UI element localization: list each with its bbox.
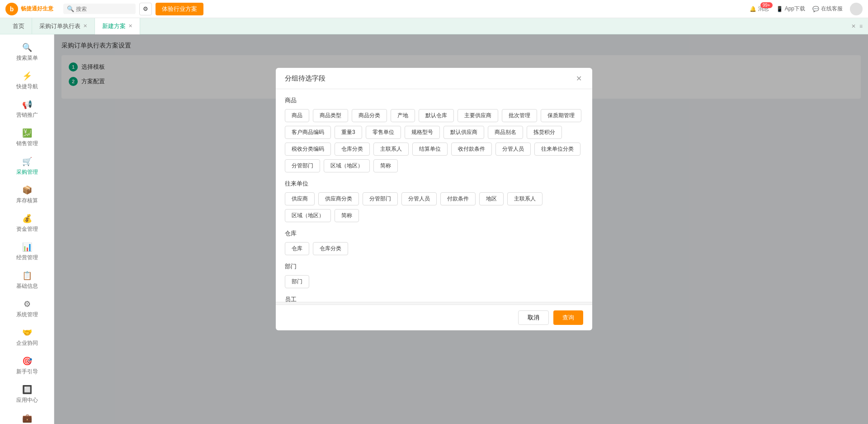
tab-purchase-label: 采购订单执行表 — [39, 22, 80, 30]
service-icon: 💬 — [812, 6, 819, 12]
nav-message[interactable]: 🔔 99+ 消息 — [750, 5, 769, 13]
field-short-name[interactable]: 简称 — [373, 159, 398, 172]
experience-btn[interactable]: 体验行业方案 — [156, 3, 203, 15]
sidebar-item-inventory[interactable]: 📦 库存核算 — [0, 181, 54, 209]
sidebar-item-finance[interactable]: 💰 资金管理 — [0, 209, 54, 238]
sidebar-item-search[interactable]: 🔍 搜索菜单 — [0, 38, 54, 67]
inventory-icon: 📦 — [22, 185, 32, 195]
sidebar-item-system[interactable]: ⚙ 系统管理 — [0, 295, 54, 323]
field-warehouse[interactable]: 仓库 — [285, 242, 309, 255]
field-default-warehouse[interactable]: 默认仓库 — [419, 109, 454, 122]
sidebar-item-basic-info[interactable]: 📋 基础信息 — [0, 266, 54, 295]
section-employee: 员工 业务员 — [285, 295, 583, 302]
modal-title: 分组待选字段 — [285, 74, 326, 83]
message-icon: 🔔 — [750, 6, 756, 12]
tab-home-label: 首页 — [13, 22, 24, 30]
marketing-icon: 📢 — [22, 100, 32, 110]
field-dept-supervisor[interactable]: 分管部门 — [285, 159, 320, 172]
modal-horizontal-scrollbar[interactable] — [276, 302, 592, 305]
field-customer-code[interactable]: 客户商品编码 — [285, 126, 331, 139]
section-product-title: 商品 — [285, 96, 583, 105]
search-menu-icon: 🔍 — [22, 43, 32, 52]
tab-new-plan-close[interactable]: ✕ — [128, 23, 132, 29]
sidebar-item-quick-nav[interactable]: ⚡ 快捷导航 — [0, 67, 54, 95]
section-product: 商品 商品 商品类型 商品分类 产地 默认仓库 主要供应商 批次管理 保质期管理… — [285, 96, 583, 172]
field-default-supplier[interactable]: 默认供应商 — [443, 126, 484, 139]
modal-body: 商品 商品 商品类型 商品分类 产地 默认仓库 主要供应商 批次管理 保质期管理… — [276, 89, 592, 302]
field-person-c[interactable]: 分管人员 — [401, 192, 437, 205]
sidebar-item-purchase[interactable]: 🛒 采购管理 — [0, 152, 54, 181]
field-tax-code[interactable]: 税收分类编码 — [285, 143, 331, 156]
field-counterpart-category[interactable]: 往来单位分类 — [534, 143, 580, 156]
field-payment-terms[interactable]: 收付款条件 — [451, 143, 492, 156]
sidebar-item-guide[interactable]: 🎯 新手引导 — [0, 352, 54, 380]
gear-button[interactable]: ⚙ — [139, 3, 152, 15]
field-product[interactable]: 商品 — [285, 109, 309, 122]
modal-header: 分组待选字段 ✕ — [276, 68, 592, 89]
modal-close-button[interactable]: ✕ — [574, 74, 583, 83]
sidebar-item-label: 新手引导 — [16, 368, 38, 376]
field-contact-c[interactable]: 主联系人 — [507, 192, 542, 205]
field-main-contact[interactable]: 主联系人 — [373, 143, 409, 156]
field-warehouse-category[interactable]: 仓库分类 — [335, 143, 370, 156]
tab-purchase-close[interactable]: ✕ — [83, 23, 87, 29]
tab-menu-icon[interactable]: ≡ — [859, 23, 863, 29]
field-settlement-unit[interactable]: 结算单位 — [412, 143, 448, 156]
tab-close-all[interactable]: ✕ — [851, 23, 856, 29]
field-retail-unit[interactable]: 零售单位 — [366, 126, 401, 139]
sidebar-item-wechat[interactable]: 💼 企业微信 — [0, 409, 54, 424]
nav-app-download[interactable]: 📱 App下载 — [776, 5, 805, 13]
sidebar-item-management[interactable]: 📊 经营管理 — [0, 238, 54, 266]
field-product-category[interactable]: 商品分类 — [352, 109, 387, 122]
sidebar-item-label: 资金管理 — [16, 225, 38, 233]
field-area-c[interactable]: 地区 — [479, 192, 504, 205]
field-batch-mgmt[interactable]: 批次管理 — [502, 109, 537, 122]
sidebar-item-label: 系统管理 — [16, 311, 38, 319]
section-counterpart-title: 往来单位 — [285, 180, 583, 188]
field-main-supplier[interactable]: 主要供应商 — [458, 109, 498, 122]
search-input[interactable] — [76, 6, 132, 12]
wechat-icon: 💼 — [22, 413, 32, 423]
field-dept[interactable]: 部门 — [285, 275, 309, 288]
sidebar-item-enterprise[interactable]: 🤝 企业协同 — [0, 323, 54, 352]
field-region[interactable]: 区域（地区） — [324, 159, 370, 172]
field-weight3[interactable]: 重量3 — [335, 126, 362, 139]
user-avatar[interactable] — [850, 3, 863, 15]
nav-online-service[interactable]: 💬 在线客服 — [812, 5, 843, 13]
confirm-button[interactable]: 查询 — [553, 310, 583, 325]
sidebar-item-label: 快捷导航 — [16, 83, 38, 91]
field-warehouse-cat[interactable]: 仓库分类 — [313, 242, 348, 255]
section-warehouse: 仓库 仓库 仓库分类 — [285, 229, 583, 255]
search-icon: 🔍 — [67, 5, 74, 12]
field-product-type[interactable]: 商品类型 — [313, 109, 348, 122]
logo-icon: b — [5, 3, 18, 15]
sidebar-item-app-center[interactable]: 🔲 应用中心 — [0, 380, 54, 409]
field-supervisor[interactable]: 分管人员 — [495, 143, 531, 156]
purchase-icon: 🛒 — [22, 157, 32, 167]
field-payment-c[interactable]: 付款条件 — [440, 192, 476, 205]
field-spec-model[interactable]: 规格型号 — [405, 126, 440, 139]
sidebar-item-marketing[interactable]: 📢 营销推广 — [0, 95, 54, 124]
sidebar-item-sales[interactable]: 💹 销售管理 — [0, 124, 54, 152]
modal-footer: 取消 查询 — [276, 305, 592, 330]
cancel-button[interactable]: 取消 — [518, 310, 549, 325]
header-search-box[interactable]: 🔍 — [63, 4, 136, 14]
tab-purchase-order[interactable]: 采购订单执行表 ✕ — [32, 18, 95, 34]
guide-icon: 🎯 — [22, 356, 32, 366]
sidebar-item-label: 应用中心 — [16, 396, 38, 404]
field-product-alias[interactable]: 商品别名 — [488, 126, 523, 139]
field-supplier[interactable]: 供应商 — [285, 192, 315, 205]
sidebar-item-label: 采购管理 — [16, 168, 38, 176]
tab-home[interactable]: 首页 — [5, 18, 32, 34]
field-supplier-category[interactable]: 供应商分类 — [318, 192, 359, 205]
field-expiry-mgmt[interactable]: 保质期管理 — [541, 109, 581, 122]
field-region-c[interactable]: 区域（地区） — [285, 209, 331, 222]
sidebar-item-label: 搜索菜单 — [16, 54, 38, 62]
app-label: App下载 — [785, 5, 805, 13]
product-field-grid: 商品 商品类型 商品分类 产地 默认仓库 主要供应商 批次管理 保质期管理 客户… — [285, 109, 583, 172]
field-pick-points[interactable]: 拣货积分 — [527, 126, 562, 139]
field-dept-c[interactable]: 分管部门 — [363, 192, 398, 205]
field-origin[interactable]: 产地 — [391, 109, 415, 122]
field-short-c[interactable]: 简称 — [335, 209, 359, 222]
tab-new-plan[interactable]: 新建方案 ✕ — [95, 18, 140, 34]
